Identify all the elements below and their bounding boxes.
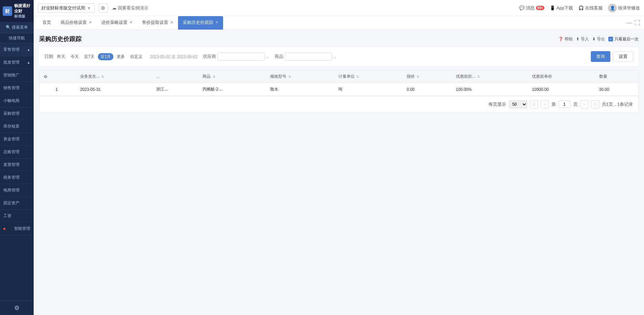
online-service-label: 在线客服: [585, 5, 603, 11]
topbar-settings-btn[interactable]: ⚙: [99, 3, 108, 13]
date-opt-today[interactable]: 今天: [69, 53, 81, 60]
export-btn[interactable]: ⬇ 导出: [592, 36, 605, 42]
date-filter-group: 日期 昨天 今天 近7天 近1月 更多 自定义: [44, 53, 144, 60]
sidebar-item-label: 固定资产: [3, 200, 20, 206]
minimize-btn[interactable]: —: [627, 20, 632, 26]
settings-icon: ⚙: [14, 305, 20, 311]
tab-price-close[interactable]: ✕: [89, 21, 92, 24]
th-unit[interactable]: 计量单位 ⇅: [334, 70, 403, 83]
export-icon: ⬇: [592, 37, 596, 41]
query-btn[interactable]: 查询: [591, 51, 610, 62]
product-label: 商品: [275, 54, 283, 60]
sidebar-item-marketing[interactable]: 营销推广: [0, 69, 34, 82]
sidebar-settings-btn[interactable]: ⚙: [0, 301, 34, 315]
product-more-btn[interactable]: ...: [333, 54, 336, 59]
sidebar-item-label: 小畅电商: [3, 98, 20, 104]
sidebar-item-inventory[interactable]: 库存核算: [0, 120, 34, 133]
sort-icon: ⇅: [417, 75, 419, 78]
sidebar-item-label: 零售管理: [3, 47, 20, 53]
th-more[interactable]: ...: [152, 70, 199, 83]
sidebar-item-purchase[interactable]: 采购管理: [0, 107, 34, 120]
date-opt-yesterday[interactable]: 昨天: [55, 53, 67, 60]
th-gear[interactable]: ⚙: [39, 70, 51, 83]
maximize-btn[interactable]: ⛶: [635, 20, 640, 26]
tab-history-price-close[interactable]: ✕: [215, 21, 218, 24]
th-discount[interactable]: 优惠前折... ⇅: [452, 70, 528, 83]
demo-link[interactable]: ☁ 我要看实例演示: [112, 5, 148, 11]
logo-icon: 财: [3, 6, 12, 16]
th-index: [51, 70, 76, 83]
sidebar-item-ecommerce[interactable]: 电商管理: [0, 184, 34, 197]
message-label: 消息: [526, 5, 535, 11]
sidebar-quick-nav[interactable]: 快捷导航: [0, 33, 34, 43]
tab-sale-price[interactable]: 售价提取设置 ✕: [137, 16, 178, 30]
headset-icon: 🎧: [578, 5, 584, 10]
app-download-label: App下载: [557, 5, 573, 11]
date-opt-last7[interactable]: 近7天: [82, 53, 97, 60]
supplier-more-btn[interactable]: ...: [266, 54, 269, 59]
sidebar-item-wholesale[interactable]: 批发管理 ▲: [0, 56, 34, 69]
sort-icon: ⇅: [477, 75, 480, 78]
message-btn[interactable]: 💬 消息 99+: [519, 5, 544, 11]
settings-btn[interactable]: 设置: [613, 51, 633, 62]
date-opt-custom[interactable]: 自定义: [128, 53, 144, 60]
sort-icon: ⇅: [288, 75, 291, 78]
import-btn[interactable]: ⬆ 导入: [576, 36, 589, 42]
page-prefix: 第: [551, 101, 556, 107]
th-product[interactable]: 商品 ⇅: [199, 70, 266, 83]
message-badge: 99+: [536, 6, 544, 10]
tab-sale-price-close[interactable]: ✕: [170, 21, 173, 24]
app-download-btn[interactable]: 📱 App下载: [550, 5, 573, 11]
only-last-checkbox[interactable]: ✓ 只看最后一次: [608, 36, 639, 42]
last-page-btn[interactable]: ⟩⟩: [591, 100, 599, 108]
tab-sale-price-label: 售价提取设置: [142, 20, 168, 26]
tab-home-label: 首页: [42, 20, 51, 26]
page-header: 采购历史价跟踪 ❓ 帮助 ⬆ 导入 ⬇ 导出 ✓ 只看最后一次: [39, 35, 639, 43]
date-filter-label: 日期: [44, 54, 53, 60]
sidebar-item-general-ledger[interactable]: 总账管理: [0, 146, 34, 159]
sidebar-item-label: 工资: [3, 213, 11, 219]
sidebar-item-label: 销售管理: [3, 85, 20, 91]
first-page-btn[interactable]: ⟨⟨: [530, 100, 538, 108]
page-number-input[interactable]: [559, 101, 571, 108]
user-menu[interactable]: 👤 徐泽华修改: [608, 4, 640, 12]
app-logo: 财 畅捷通好业财 标准版: [0, 0, 34, 22]
sidebar-item-small-ecommerce[interactable]: 小畅电商: [0, 95, 34, 107]
next-page-btn[interactable]: ＞: [580, 100, 588, 108]
th-business-date[interactable]: 业务发生... ⇅: [76, 70, 152, 83]
sidebar-item-salary[interactable]: 工资: [0, 210, 34, 222]
tab-purchase-strategy[interactable]: 进价策略设置 ✕: [97, 16, 137, 30]
date-opt-last1m[interactable]: 近1月: [98, 53, 114, 60]
filter-actions: 查询 设置: [591, 51, 633, 62]
sidebar-item-retail[interactable]: 零售管理 ▲: [0, 43, 34, 56]
sort-icon: ⇅: [356, 75, 359, 78]
help-btn[interactable]: ❓ 帮助: [558, 36, 573, 42]
tab-history-price[interactable]: 采购历史价跟踪 ✕: [178, 16, 223, 30]
table-row: 1 2023-05-31 浙江... 丙烯酸-2-... 散水 吨 0.00 1…: [39, 83, 638, 96]
version-selector[interactable]: 好业财标准版交付试用 ▼: [38, 3, 95, 13]
sidebar-item-sales[interactable]: 销售管理: [0, 82, 34, 95]
tab-purchase-strategy-close[interactable]: ✕: [130, 21, 133, 24]
per-page-select[interactable]: 50 100 200: [509, 100, 527, 108]
sidebar-item-smart[interactable]: 智能管理: [0, 222, 34, 235]
sidebar-item-tax[interactable]: 税务管理: [0, 171, 34, 184]
avatar: 👤: [608, 4, 617, 12]
th-quote[interactable]: 报价 ⇅: [403, 70, 452, 83]
supplier-input[interactable]: [217, 53, 264, 61]
quick-nav-label: 快捷导航: [9, 36, 25, 40]
sidebar-item-invoice[interactable]: 发票管理: [0, 159, 34, 171]
online-service-btn[interactable]: 🎧 在线客服: [578, 5, 603, 11]
date-opt-more[interactable]: 更多: [115, 53, 127, 60]
prev-page-btn[interactable]: ＜: [541, 100, 549, 108]
sidebar-search[interactable]: 🔍 搜索菜单: [0, 22, 34, 33]
product-input[interactable]: [285, 53, 332, 61]
app-name: 畅捷通好业财: [14, 3, 31, 14]
th-spec[interactable]: 规格型号 ⇅: [266, 70, 334, 83]
total-info: 共1页，1条记录: [602, 101, 633, 107]
tab-home[interactable]: 首页: [38, 16, 56, 30]
sidebar-item-finance[interactable]: 资金管理: [0, 133, 34, 146]
sidebar-item-assets[interactable]: 固定资产: [0, 197, 34, 210]
cell-quote: 0.00: [403, 83, 452, 96]
sidebar-item-label: 税务管理: [3, 175, 20, 180]
tab-price[interactable]: 商品价格设置 ✕: [56, 16, 97, 30]
